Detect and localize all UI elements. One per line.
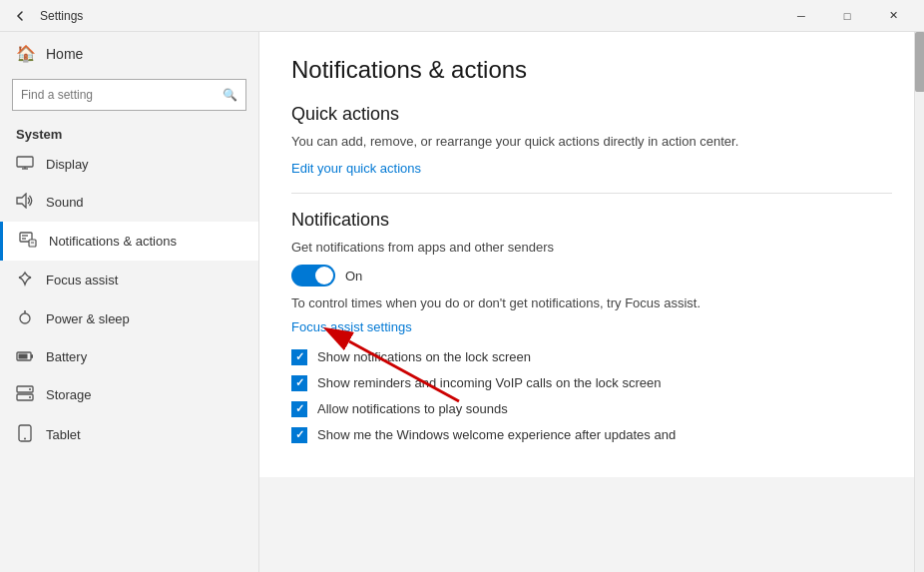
sidebar-label-sound: Sound — [46, 195, 84, 210]
quick-actions-description: You can add, remove, or rearrange your q… — [291, 133, 892, 151]
sidebar-home[interactable]: 🏠 Home — [0, 32, 258, 75]
window-title: Settings — [40, 9, 778, 23]
search-input[interactable] — [21, 88, 223, 102]
sidebar-item-power[interactable]: Power & sleep — [0, 299, 258, 338]
svg-point-19 — [24, 438, 26, 440]
sidebar-label-battery: Battery — [46, 349, 87, 364]
checkbox-1[interactable] — [291, 349, 307, 365]
checkbox-label-3: Allow notifications to play sounds — [317, 401, 508, 416]
sidebar-label-display: Display — [46, 157, 89, 172]
checkbox-row-2: Show reminders and incoming VoIP calls o… — [291, 375, 892, 391]
sidebar-item-sound[interactable]: Sound — [0, 183, 258, 222]
tablet-icon — [16, 424, 34, 445]
toggle-state-label: On — [345, 269, 362, 284]
notifications-toggle[interactable] — [291, 265, 335, 286]
scrollbar-track[interactable] — [914, 32, 924, 572]
home-label: Home — [46, 46, 83, 62]
notifications-section: Notifications Get notifications from app… — [291, 210, 892, 442]
search-icon: 🔍 — [223, 88, 237, 102]
back-button[interactable] — [8, 4, 32, 28]
focus-icon — [16, 271, 34, 289]
checkbox-label-4: Show me the Windows welcome experience a… — [317, 427, 676, 442]
checkbox-3[interactable] — [291, 401, 307, 417]
page-title: Notifications & actions — [291, 56, 892, 84]
minimize-button[interactable]: ─ — [778, 0, 824, 32]
battery-icon — [16, 348, 34, 365]
home-icon: 🏠 — [16, 44, 36, 63]
section-divider — [291, 193, 892, 194]
svg-point-16 — [29, 388, 31, 390]
quick-actions-title: Quick actions — [291, 104, 892, 125]
checkbox-4[interactable] — [291, 427, 307, 443]
scrollbar-thumb[interactable] — [915, 32, 924, 92]
sidebar-item-tablet[interactable]: Tablet — [0, 414, 258, 455]
sidebar-label-tablet: Tablet — [46, 427, 81, 442]
content-area: Notifications & actions Quick actions Yo… — [259, 32, 924, 477]
toggle-row: On — [291, 265, 892, 286]
main-container: 🏠 Home 🔍 System Display — [0, 32, 924, 572]
sidebar-label-power: Power & sleep — [46, 311, 130, 326]
focus-assist-link[interactable]: Focus assist settings — [291, 319, 412, 334]
sidebar-section-title: System — [0, 119, 258, 146]
sidebar: 🏠 Home 🔍 System Display — [0, 32, 259, 572]
sidebar-item-display[interactable]: Display — [0, 146, 258, 183]
checkbox-row-4: Show me the Windows welcome experience a… — [291, 427, 892, 443]
sidebar-label-notifications: Notifications & actions — [49, 234, 177, 249]
display-icon — [16, 156, 34, 173]
svg-rect-12 — [19, 354, 28, 359]
svg-marker-3 — [17, 194, 26, 208]
checkboxes-container: Show notifications on the lock screen Sh… — [291, 349, 892, 443]
svg-point-9 — [20, 313, 30, 323]
sidebar-label-storage: Storage — [46, 387, 92, 402]
focus-assist-text: To control times when you do or don't ge… — [291, 294, 892, 312]
checkbox-row-1: Show notifications on the lock screen — [291, 349, 892, 365]
sidebar-item-battery[interactable]: Battery — [0, 338, 258, 375]
sidebar-item-notifications[interactable]: Notifications & actions — [0, 222, 258, 261]
svg-point-17 — [29, 396, 31, 398]
storage-icon — [16, 385, 34, 404]
notifications-icon — [19, 232, 37, 251]
sound-icon — [16, 193, 34, 212]
sidebar-label-focus: Focus assist — [46, 273, 118, 287]
close-button[interactable]: ✕ — [870, 0, 916, 32]
checkbox-label-1: Show notifications on the lock screen — [317, 349, 531, 364]
power-icon — [16, 309, 34, 328]
notifications-get-label: Get notifications from apps and other se… — [291, 239, 892, 257]
edit-quick-actions-link[interactable]: Edit your quick actions — [291, 161, 421, 176]
sidebar-item-storage[interactable]: Storage — [0, 375, 258, 414]
svg-rect-0 — [17, 157, 33, 167]
window-controls: ─ □ ✕ — [778, 0, 916, 32]
titlebar: Settings ─ □ ✕ — [0, 0, 924, 32]
maximize-button[interactable]: □ — [824, 0, 870, 32]
content-wrapper: Notifications & actions Quick actions Yo… — [259, 32, 924, 572]
sidebar-search-container: 🔍 — [12, 79, 246, 111]
notifications-title: Notifications — [291, 210, 892, 231]
sidebar-item-focus[interactable]: Focus assist — [0, 261, 258, 299]
svg-rect-13 — [31, 354, 33, 358]
checkbox-row-3: Allow notifications to play sounds — [291, 401, 892, 417]
checkbox-label-2: Show reminders and incoming VoIP calls o… — [317, 375, 661, 390]
checkbox-2[interactable] — [291, 375, 307, 391]
